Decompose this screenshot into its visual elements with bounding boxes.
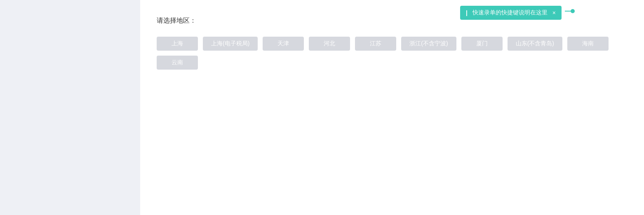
region-btn-tianjin[interactable]: 天津 xyxy=(263,37,304,51)
region-btn-xiamen[interactable]: 厦门 xyxy=(461,37,503,51)
region-btn-shanghai-etax[interactable]: 上海(电子税局) xyxy=(203,37,258,51)
tooltip-bar[interactable]: 快速录单的快捷键说明在这里 × xyxy=(460,6,562,20)
region-btn-shandong[interactable]: 山东(不含青岛) xyxy=(508,37,562,51)
region-btn-shanghai[interactable]: 上海 xyxy=(157,37,198,51)
main-content: 请选择地区： 上海上海(电子税局)天津河北江苏浙江(不含宁波)厦门山东(不含青岛… xyxy=(140,0,644,215)
region-buttons-container: 上海上海(电子税局)天津河北江苏浙江(不含宁波)厦门山东(不含青岛)海南云南 xyxy=(157,37,628,70)
sidebar xyxy=(0,0,140,215)
region-btn-jiangsu[interactable]: 江苏 xyxy=(355,37,396,51)
tooltip-connector-dot xyxy=(571,9,575,13)
region-btn-hebei[interactable]: 河北 xyxy=(309,37,350,51)
tooltip-text: 快速录单的快捷键说明在这里 xyxy=(472,9,548,16)
region-btn-hainan[interactable]: 海南 xyxy=(567,37,609,51)
region-btn-zhejiang[interactable]: 浙江(不含宁波) xyxy=(401,37,456,51)
tooltip-close-button[interactable]: × xyxy=(552,9,556,16)
region-btn-yunnan[interactable]: 云南 xyxy=(157,56,198,70)
